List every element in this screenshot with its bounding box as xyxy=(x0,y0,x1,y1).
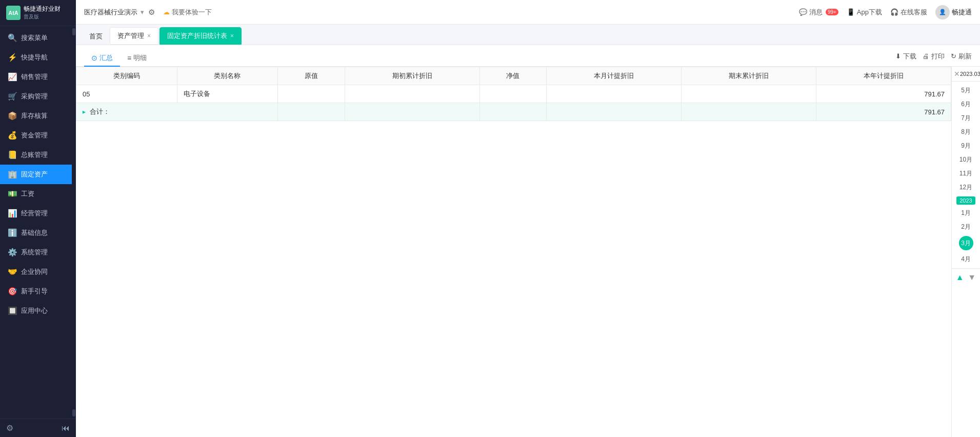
sidebar-item-label: 销售管理 xyxy=(21,72,66,82)
settings-icon[interactable]: ⚙ xyxy=(6,423,13,433)
sidebar-item-label: 搜索菜单 xyxy=(21,33,66,43)
date-item-5[interactable]: 5月 xyxy=(959,84,973,97)
date-item-8[interactable]: 8月 xyxy=(959,125,973,139)
avatar: 👤 xyxy=(935,5,950,19)
date-item-2023-2[interactable]: 2月 xyxy=(959,220,973,234)
subtab-detail-label: 明细 xyxy=(133,53,147,63)
cell-net xyxy=(479,85,546,103)
experience-button[interactable]: ☁ 我要体验一下 xyxy=(163,8,212,17)
search-icon: 🔍 xyxy=(8,33,17,43)
sidebar-item-search[interactable]: 🔍 搜索菜单 xyxy=(0,28,72,48)
sidebar-item-sales[interactable]: 📈 销售管理 xyxy=(0,67,72,87)
refresh-label: 刷新 xyxy=(958,52,972,61)
table-area: 类别编码 类别名称 原值 期初累计折旧 净值 本月计提折旧 期末累计折旧 本年计… xyxy=(76,67,951,437)
col-monthly-dep: 本月计提折旧 xyxy=(546,67,681,85)
refresh-button[interactable]: ↻ 刷新 xyxy=(951,52,972,61)
sidebar-item-fixed[interactable]: 🏢 固定资产 xyxy=(0,165,72,184)
summary-label: ▸ 合计： xyxy=(76,103,278,121)
download-button[interactable]: ⬇ 下载 xyxy=(895,52,916,61)
sum-icon: ▸ xyxy=(83,108,86,115)
date-panel-list: 5月 6月 7月 8月 9月 10月 11月 12月 2023 1月 xyxy=(952,82,980,437)
scroll-thumb-bottom xyxy=(72,409,75,416)
subtab-summary[interactable]: ⊙ 汇总 xyxy=(84,50,120,67)
sidebar-item-inventory[interactable]: 📦 库存核算 xyxy=(0,106,72,126)
sidebar-footer: ⚙ ⏮ xyxy=(0,419,76,437)
date-item-2023-3[interactable]: 3月 xyxy=(959,236,973,250)
sidebar-nav: 🔍 搜索菜单 ⚡ 快捷导航 📈 销售管理 🛒 采购管理 📦 库存核算 💰 xyxy=(0,26,72,419)
subtab-summary-label: 汇总 xyxy=(99,53,113,63)
col-name: 类别名称 xyxy=(177,67,278,85)
sidebar-item-salary[interactable]: 💵 工资 xyxy=(0,184,72,204)
info-icon: ℹ️ xyxy=(8,228,17,237)
tab-report-label: 固定资产折旧统计表 xyxy=(167,31,227,41)
ledger-icon: 📒 xyxy=(8,150,17,160)
collapse-icon[interactable]: ⏮ xyxy=(62,424,70,433)
tab-home-label: 首页 xyxy=(89,32,103,40)
subtab-detail[interactable]: ≡ 明细 xyxy=(120,50,154,67)
topbar-right: 💬 消息 99+ 📱 App下载 🎧 在线客服 👤 畅捷通 xyxy=(799,5,972,19)
date-item-11[interactable]: 11月 xyxy=(957,167,974,181)
settings-button[interactable]: ⚙ xyxy=(148,8,155,17)
notification-button[interactable]: 💬 消息 99+ xyxy=(799,8,838,17)
tab-home[interactable]: 首页 xyxy=(82,28,110,45)
sidebar-item-quick[interactable]: ⚡ 快捷导航 xyxy=(0,48,72,67)
arrow-down-icon[interactable]: ▼ xyxy=(968,273,976,282)
experience-label: 我要体验一下 xyxy=(172,8,212,17)
sidebar-item-label: 总账管理 xyxy=(21,150,66,160)
sidebar-item-label: 快捷导航 xyxy=(21,53,66,62)
sidebar-item-purchase[interactable]: 🛒 采购管理 xyxy=(0,87,72,106)
tab-close-icon[interactable]: × xyxy=(230,32,234,39)
date-item-10[interactable]: 10月 xyxy=(957,153,974,167)
online-service-button[interactable]: 🎧 在线客服 xyxy=(890,8,927,17)
date-older-months: 5月 6月 7月 8月 9月 10月 11月 12月 xyxy=(952,84,980,194)
sidebar-item-label: 系统管理 xyxy=(21,248,66,257)
summary-end-dep xyxy=(681,103,816,121)
sidebar-item-app[interactable]: 🔲 应用中心 xyxy=(0,301,72,321)
col-net: 净值 xyxy=(479,67,546,85)
sidebar-item-system[interactable]: ⚙️ 系统管理 xyxy=(0,243,72,262)
user-menu[interactable]: 👤 畅捷通 xyxy=(935,5,972,19)
app-download-button[interactable]: 📱 App下载 xyxy=(847,8,882,17)
sidebar-item-cooperation[interactable]: 🤝 企业协同 xyxy=(0,262,72,282)
tabbar: 首页 资产管理 × 固定资产折旧统计表 × xyxy=(76,25,980,45)
app-name: 畅捷通好业财 xyxy=(24,5,61,13)
notification-label: 消息 xyxy=(809,8,823,17)
arrow-up-icon[interactable]: ▲ xyxy=(956,273,964,282)
date-item-2023-4[interactable]: 4月 xyxy=(959,252,973,266)
table-date-container: 类别编码 类别名称 原值 期初累计折旧 净值 本月计提折旧 期末累计折旧 本年计… xyxy=(76,67,980,437)
year-2023-row: 2023 xyxy=(952,194,980,206)
sidebar-item-operation[interactable]: 📊 经营管理 xyxy=(0,204,72,223)
salary-icon: 💵 xyxy=(8,189,17,198)
cell-end-dep xyxy=(681,85,816,103)
print-button[interactable]: 🖨 打印 xyxy=(923,52,945,61)
date-item-12[interactable]: 12月 xyxy=(957,181,974,194)
summary-original xyxy=(278,103,345,121)
summary-monthly-dep xyxy=(546,103,681,121)
date-item-7[interactable]: 7月 xyxy=(959,111,973,125)
sidebar-item-fund[interactable]: 💰 资金管理 xyxy=(0,126,72,145)
year-badge-2023: 2023 xyxy=(956,196,975,205)
close-icon[interactable]: ✕ xyxy=(954,70,960,78)
tab-close-icon[interactable]: × xyxy=(147,32,151,39)
company-selector[interactable]: 医疗器械行业演示 ▾ xyxy=(84,8,144,17)
sidebar-item-ledger[interactable]: 📒 总账管理 xyxy=(0,145,72,165)
print-label: 打印 xyxy=(931,52,945,61)
tab-fixed-asset-report[interactable]: 固定资产折旧统计表 × xyxy=(159,27,242,45)
company-name: 医疗器械行业演示 xyxy=(84,8,137,17)
online-service-label: 在线客服 xyxy=(901,8,927,17)
sidebar-item-info[interactable]: ℹ️ 基础信息 xyxy=(0,223,72,243)
print-icon: 🖨 xyxy=(923,52,929,60)
fund-icon: 💰 xyxy=(8,131,17,140)
main-area: 医疗器械行业演示 ▾ ⚙ ☁ 我要体验一下 💬 消息 99+ 📱 App下载 🎧… xyxy=(76,0,980,437)
cell-original xyxy=(278,85,345,103)
date-item-9[interactable]: 9月 xyxy=(959,139,973,153)
date-item-2023-1[interactable]: 1月 xyxy=(959,206,973,220)
sidebar-logo: AtA 畅捷通好业财 普及版 xyxy=(0,0,76,26)
date-item-3-wrapper: 3月 xyxy=(959,234,973,252)
date-item-6[interactable]: 6月 xyxy=(959,97,973,111)
sidebar-item-guide[interactable]: 🎯 新手引导 xyxy=(0,282,72,301)
refresh-icon: ↻ xyxy=(951,52,956,60)
cell-name: 电子设备 xyxy=(177,85,278,103)
tab-asset-management[interactable]: 资产管理 × xyxy=(110,27,158,45)
cell-annual-dep: 791.67 xyxy=(816,85,951,103)
